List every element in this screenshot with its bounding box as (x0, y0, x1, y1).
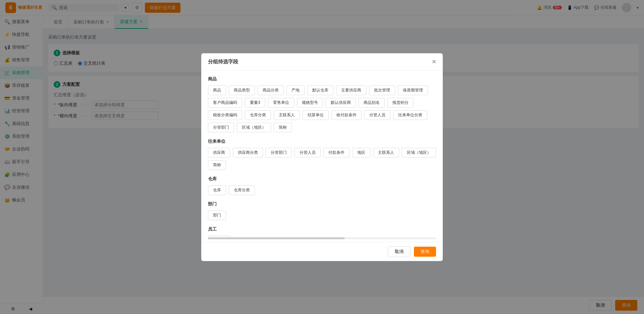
modal-body: 商品商品商品类型商品分类产地默认仓库主要供应商批次管理保质期管理客户商品编码重量… (201, 71, 443, 237)
field-tag-0-5[interactable]: 主要供应商 (336, 85, 366, 95)
field-tag-1-7[interactable]: 区域（地区） (402, 148, 436, 158)
field-tag-2-0[interactable]: 仓库 (208, 185, 226, 195)
field-tags-4: 业务员 (208, 236, 436, 237)
section-title-3: 部门 (208, 201, 436, 207)
field-tag-0-15[interactable]: 税收分类编码 (208, 110, 242, 120)
section-title-0: 商品 (208, 76, 436, 82)
field-tag-2-1[interactable]: 仓库分类 (229, 185, 255, 195)
modal: 分组待选字段 ✕ 商品商品商品类型商品分类产地默认仓库主要供应商批次管理保质期管… (201, 53, 443, 261)
field-tag-1-5[interactable]: 地区 (352, 148, 370, 158)
field-group-3: 部门部门 (208, 201, 436, 220)
field-tag-0-19[interactable]: 收付款条件 (331, 110, 362, 120)
modal-header: 分组待选字段 ✕ (201, 53, 443, 71)
field-tag-0-22[interactable]: 分管部门 (208, 123, 234, 132)
field-tag-0-14[interactable]: 拣货积分 (387, 98, 414, 108)
field-tag-0-11[interactable]: 规格型号 (297, 98, 323, 108)
field-tag-0-23[interactable]: 区域（地区） (237, 123, 271, 132)
field-tag-0-1[interactable]: 商品类型 (229, 85, 255, 95)
field-tag-0-3[interactable]: 产地 (286, 85, 305, 95)
field-tag-0-6[interactable]: 批次管理 (369, 85, 395, 95)
modal-hscrollbar-thumb[interactable] (208, 237, 345, 239)
field-tags-3: 部门 (208, 210, 436, 220)
field-tags-2: 仓库仓库分类 (208, 185, 436, 195)
field-tag-0-20[interactable]: 分管人员 (364, 110, 390, 120)
field-tag-1-2[interactable]: 分管部门 (266, 148, 292, 158)
field-tag-1-4[interactable]: 付款条件 (323, 148, 350, 158)
field-tags-0: 商品商品类型商品分类产地默认仓库主要供应商批次管理保质期管理客户商品编码重量3零… (208, 85, 436, 132)
field-tag-0-12[interactable]: 默认供应商 (326, 98, 356, 108)
modal-close-button[interactable]: ✕ (432, 59, 436, 65)
field-tag-0-0[interactable]: 商品 (208, 85, 226, 95)
field-tag-1-3[interactable]: 分管人员 (294, 148, 321, 158)
field-tag-0-10[interactable]: 零售单位 (268, 98, 294, 108)
field-group-4: 员工业务员 (208, 226, 436, 237)
section-title-4: 员工 (208, 226, 436, 232)
field-tag-0-9[interactable]: 重量3 (245, 98, 265, 108)
field-tag-1-6[interactable]: 主联系人 (373, 148, 399, 158)
field-tag-1-8[interactable]: 简称 (208, 160, 226, 170)
field-group-1: 往来单位供应商供应商分类分管部门分管人员付款条件地区主联系人区域（地区）简称 (208, 138, 436, 170)
field-tag-0-7[interactable]: 保质期管理 (398, 85, 428, 95)
modal-hscrollbar[interactable] (208, 237, 436, 239)
modal-title: 分组待选字段 (208, 59, 238, 65)
field-group-0: 商品商品商品类型商品分类产地默认仓库主要供应商批次管理保质期管理客户商品编码重量… (208, 76, 436, 132)
field-tag-1-1[interactable]: 供应商分类 (233, 148, 263, 158)
field-tag-0-13[interactable]: 商品别名 (359, 98, 385, 108)
field-tags-1: 供应商供应商分类分管部门分管人员付款条件地区主联系人区域（地区）简称 (208, 148, 436, 170)
field-tag-0-2[interactable]: 商品分类 (258, 85, 284, 95)
field-tag-1-0[interactable]: 供应商 (208, 148, 230, 158)
field-tag-3-0[interactable]: 部门 (208, 210, 226, 220)
field-tag-4-0[interactable]: 业务员 (208, 236, 230, 237)
modal-overlay[interactable]: 分组待选字段 ✕ 商品商品商品类型商品分类产地默认仓库主要供应商批次管理保质期管… (0, 0, 644, 314)
modal-footer: 取消 查询 (201, 242, 443, 261)
field-tag-0-4[interactable]: 默认仓库 (307, 85, 333, 95)
modal-confirm-button[interactable]: 查询 (414, 247, 436, 257)
field-tag-0-17[interactable]: 主联系人 (274, 110, 300, 120)
modal-cancel-button[interactable]: 取消 (388, 246, 411, 257)
field-tag-0-24[interactable]: 简称 (274, 123, 292, 132)
field-tag-0-16[interactable]: 仓库分类 (245, 110, 271, 120)
field-tag-0-21[interactable]: 往来单位分类 (393, 110, 427, 120)
field-tag-0-8[interactable]: 客户商品编码 (208, 98, 242, 108)
section-title-2: 仓库 (208, 176, 436, 182)
section-title-1: 往来单位 (208, 138, 436, 144)
field-tag-0-18[interactable]: 结算单位 (303, 110, 329, 120)
field-group-2: 仓库仓库仓库分类 (208, 176, 436, 195)
